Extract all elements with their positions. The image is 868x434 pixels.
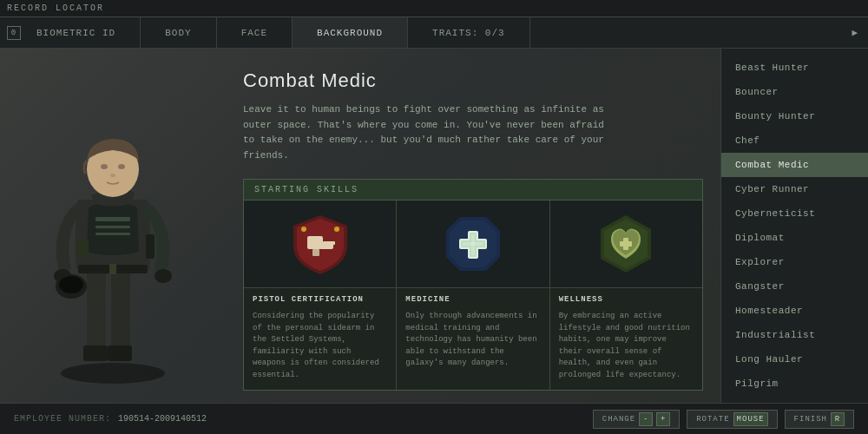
skill-icon-area-wellness: [550, 201, 702, 287]
skill-name-pistol: PISTOL CERTIFICATION: [244, 287, 396, 307]
top-bar: RECORD LOCATOR: [0, 0, 868, 17]
list-item[interactable]: Industrialist: [721, 323, 868, 347]
tab-body[interactable]: BODY: [141, 17, 216, 48]
svg-point-21: [301, 227, 306, 232]
svg-point-0: [61, 363, 165, 384]
tab-traits[interactable]: TRAITS: 0/3: [408, 17, 530, 48]
character-figure: [17, 61, 208, 391]
svg-rect-6: [95, 226, 130, 228]
skill-name-medicine: MEDICINE: [397, 287, 549, 307]
list-item[interactable]: Pilgrim: [721, 372, 868, 396]
tab-body-label: BODY: [165, 28, 191, 38]
skill-badge-pistol: [288, 212, 352, 276]
rotate-label: ROTATE: [696, 415, 729, 424]
list-item[interactable]: Chef: [721, 128, 868, 153]
svg-rect-5: [95, 217, 130, 221]
character-svg: [17, 61, 208, 391]
background-title: Combat Medic: [243, 69, 703, 92]
skill-desc-pistol: Considering the popularity of the person…: [244, 307, 396, 390]
tab-face-label: FACE: [241, 28, 267, 38]
list-item[interactable]: Cyber Runner: [721, 177, 868, 201]
svg-point-15: [118, 164, 125, 169]
skills-section: STARTING SKILLS: [243, 179, 703, 391]
svg-point-14: [101, 164, 108, 169]
info-panel: Combat Medic Leave it to human beings to…: [226, 49, 720, 403]
tab-end-indicator: ▶: [852, 27, 868, 38]
skill-icon-area-medicine: [397, 201, 549, 287]
tab-biometric-label: BIOMETRIC ID: [36, 28, 115, 38]
change-key-minus[interactable]: -: [639, 412, 653, 426]
character-panel: [0, 49, 226, 403]
skill-card-wellness: WELLNESS By embracing an active lifestyl…: [550, 201, 702, 390]
rotate-key: MOUSE: [733, 412, 768, 426]
skills-header: STARTING SKILLS: [244, 180, 702, 201]
list-item[interactable]: Professor: [721, 396, 868, 403]
list-item[interactable]: Bounty Hunter: [721, 104, 868, 128]
list-item[interactable]: Combat Medic: [721, 153, 868, 177]
finish-label: FINISH: [794, 415, 827, 424]
skill-desc-wellness: By embracing an active lifestyle and goo…: [550, 307, 702, 390]
svg-rect-7: [95, 233, 130, 235]
tab-traits-label: TRAITS: 0/3: [432, 28, 505, 38]
change-key-plus[interactable]: +: [656, 412, 670, 426]
skill-name-wellness: WELLNESS: [550, 287, 702, 307]
nav-tabs: 0 BIOMETRIC ID BODY FACE BACKGROUND TRAI…: [0, 17, 868, 49]
skill-card-medicine: MEDICINE Only through advancements in me…: [397, 201, 549, 390]
svg-rect-26: [323, 241, 335, 245]
list-item[interactable]: Homesteader: [721, 299, 868, 323]
tab-key-0: 0: [7, 26, 21, 40]
employee-number: 190514-2009140512: [118, 414, 207, 424]
list-item[interactable]: Long Hauler: [721, 347, 868, 372]
svg-point-16: [110, 174, 115, 177]
svg-rect-1: [87, 269, 106, 356]
bottom-buttons: CHANGE - + ROTATE MOUSE FINISH R: [593, 410, 854, 429]
svg-point-11: [155, 269, 172, 283]
skill-icon-area-pistol: [244, 201, 396, 287]
finish-key: R: [831, 412, 845, 426]
svg-rect-24: [307, 236, 323, 245]
skill-badge-medicine: [441, 212, 505, 276]
list-item[interactable]: Explorer: [721, 250, 868, 274]
svg-point-20: [59, 276, 83, 293]
skill-desc-medicine: Only through advancements in medical tra…: [397, 307, 549, 378]
list-item[interactable]: Beast Hunter: [721, 56, 868, 80]
list-item[interactable]: Bouncer: [721, 80, 868, 104]
background-list-panel: Beast HunterBouncerBounty HunterChefComb…: [720, 49, 868, 403]
change-label: CHANGE: [602, 415, 635, 424]
svg-rect-18: [146, 234, 155, 259]
tab-background-label: BACKGROUND: [317, 28, 383, 38]
list-item[interactable]: Gangster: [721, 274, 868, 299]
tab-biometric-id[interactable]: 0 BIOMETRIC ID: [0, 17, 141, 48]
svg-rect-4: [108, 345, 132, 361]
employee-label: EMPLOYEE NUMBER:: [14, 414, 111, 424]
tab-face[interactable]: FACE: [217, 17, 293, 48]
svg-rect-2: [111, 269, 130, 356]
svg-rect-17: [76, 239, 89, 256]
svg-rect-34: [620, 241, 632, 247]
svg-point-22: [334, 227, 339, 232]
skill-card-pistol: PISTOL CERTIFICATION Considering the pop…: [244, 201, 397, 390]
skill-badge-wellness: [594, 212, 658, 276]
svg-rect-9: [109, 264, 116, 274]
rotate-button[interactable]: ROTATE MOUSE: [687, 410, 777, 429]
list-item[interactable]: Cyberneticist: [721, 201, 868, 226]
change-button[interactable]: CHANGE - +: [593, 410, 680, 429]
svg-rect-25: [312, 249, 319, 256]
svg-rect-3: [83, 345, 108, 361]
app-title: RECORD LOCATOR: [7, 3, 104, 13]
tab-background[interactable]: BACKGROUND: [293, 17, 408, 48]
main-content: Combat Medic Leave it to human beings to…: [0, 49, 868, 403]
skills-grid: PISTOL CERTIFICATION Considering the pop…: [244, 201, 702, 390]
background-description: Leave it to human beings to fight over s…: [243, 102, 608, 163]
svg-rect-32: [463, 242, 483, 246]
bottom-bar: EMPLOYEE NUMBER: 190514-2009140512 CHANG…: [0, 403, 868, 434]
list-item[interactable]: Diplomat: [721, 226, 868, 250]
finish-button[interactable]: FINISH R: [785, 410, 854, 429]
